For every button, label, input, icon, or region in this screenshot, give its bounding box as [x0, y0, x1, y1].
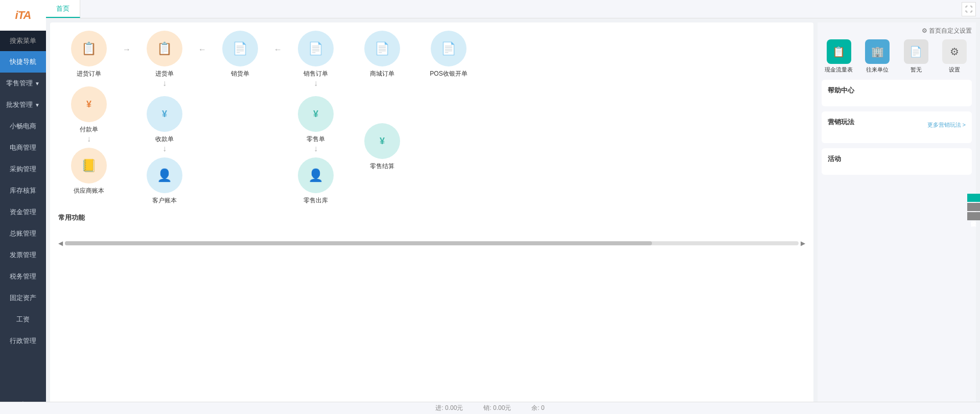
- right-panel: ⚙ 首页自定义设置 📋现金流量表🏢往来单位📄暂无⚙设置 帮助中心 营销玩法 更多…: [818, 22, 976, 410]
- down-arrow-6: ↓: [314, 144, 318, 153]
- help-center-card: 帮助中心: [822, 80, 972, 106]
- down-arrow-4: ↓: [162, 144, 167, 153]
- arrow-connector-2: ←: [195, 31, 209, 66]
- down-arrow-2: ↓: [87, 134, 91, 144]
- more-marketing-link[interactable]: 更多营销玩法 >: [927, 121, 966, 129]
- scroll-thumb: [65, 241, 652, 245]
- quick-icon-box-1: 🏢: [865, 39, 890, 64]
- flow-node-retail[interactable]: ¥ 零售单: [285, 96, 346, 144]
- expand-button[interactable]: ⛶: [962, 2, 976, 16]
- sidebar-item-3[interactable]: 小畅电商: [0, 116, 46, 137]
- activity-title: 活动: [828, 154, 966, 164]
- quick-icon-label-1: 往来单位: [866, 66, 889, 74]
- marketing-header: 营销玩法 更多营销玩法 >: [828, 118, 966, 132]
- sidebar-item-10[interactable]: 税务管理: [0, 266, 46, 287]
- chevron-down-icon: ▼: [35, 102, 40, 108]
- hint-purchase: 进: 0.00元: [435, 404, 463, 412]
- flow-node-mall-order[interactable]: 📄 商城订单: [352, 31, 413, 78]
- flow-diagram: 📋 进货订单 ¥ 付款单 ↓ 📒 供应商账本: [58, 31, 805, 205]
- quick-icon-label-2: 暂无: [911, 66, 922, 74]
- mall-order-icon: 📄: [364, 31, 400, 66]
- sales-icon: 📄: [222, 31, 258, 66]
- sidebar-item-1[interactable]: 零售管理▼: [0, 73, 46, 94]
- sidebar-item-6[interactable]: 库存核算: [0, 180, 46, 201]
- flow-node-retail-out[interactable]: 👤 零售出库: [285, 157, 346, 205]
- quick-icon-label-0: 现金流量表: [825, 66, 853, 74]
- arrow-connector-1: →: [120, 31, 134, 66]
- flow-node-pos[interactable]: 📄 POS收银开单: [418, 31, 479, 78]
- flow-node-purchase[interactable]: 📋 进货单: [134, 31, 195, 78]
- right-arrow-1: →: [120, 45, 134, 54]
- search-menu-label: 搜索菜单: [10, 36, 36, 45]
- sidebar-item-0[interactable]: 快捷导航: [0, 51, 46, 73]
- hint-sales: 销: 0.00元: [483, 404, 511, 412]
- sales-order-icon: 📄: [298, 31, 334, 66]
- home-customize-header[interactable]: ⚙ 首页自定义设置: [822, 27, 972, 35]
- customer-account-icon: 👤: [147, 157, 182, 193]
- retail-out-icon: 👤: [298, 157, 334, 193]
- flow-row-1: 📋 进货订单 ¥ 付款单 ↓ 📒 供应商账本: [58, 31, 805, 205]
- quick-icon-0[interactable]: 📋现金流量表: [822, 39, 856, 74]
- flow-node-purchase-order[interactable]: 📋 进货订单: [58, 31, 120, 78]
- flow-node-sales-order[interactable]: 📄 销售订单: [285, 31, 346, 78]
- flow-col-3: 📄 销货单: [209, 31, 271, 78]
- retail-icon: ¥: [298, 96, 334, 132]
- quick-icon-3[interactable]: ⚙设置: [938, 39, 972, 74]
- flow-node-supplier-account[interactable]: 📒 供应商账本: [58, 148, 120, 195]
- sidebar-item-2[interactable]: 批发管理▼: [0, 94, 46, 116]
- supplier-account-icon: 📒: [71, 148, 107, 183]
- left-arrow-2: ←: [271, 45, 285, 54]
- purchase-order-icon: 📋: [71, 31, 107, 66]
- float-btn-desktop[interactable]: 桌面快捷: [967, 212, 980, 220]
- quick-icon-2[interactable]: 📄暂无: [899, 39, 934, 74]
- quick-icon-box-2: 📄: [904, 39, 928, 64]
- activity-card: 活动: [822, 148, 972, 175]
- chevron-down-icon: ▼: [35, 81, 40, 86]
- sidebar-item-13[interactable]: 行政管理: [0, 330, 46, 352]
- flow-col-5: 📄 商城订单 ¥ 零售结算: [352, 31, 413, 171]
- flow-node-sales[interactable]: 📄 销货单: [209, 31, 271, 78]
- home-customize-label: ⚙ 首页自定义设置: [922, 27, 972, 35]
- quick-icon-1[interactable]: 🏢往来单位: [860, 39, 895, 74]
- quick-icon-box-3: ⚙: [942, 39, 967, 64]
- payment-icon: ¥: [71, 86, 107, 122]
- flow-node-customer-account[interactable]: 👤 客户账本: [134, 157, 195, 205]
- left-panel: 📋 进货订单 ¥ 付款单 ↓ 📒 供应商账本: [50, 22, 813, 410]
- tabbar: 首页 ⛶: [46, 0, 980, 18]
- expand-icon: ⛶: [965, 5, 972, 13]
- sidebar-item-11[interactable]: 固定资产: [0, 287, 46, 309]
- bottom-hint-bar: 进: 0.00元 销: 0.00元 余: 0: [46, 402, 980, 414]
- common-functions: 常用功能: [58, 213, 805, 236]
- tab-home[interactable]: 首页: [46, 0, 80, 18]
- common-functions-title: 常用功能: [58, 213, 805, 222]
- quick-icon-box-0: 📋: [827, 39, 851, 64]
- sidebar-item-9[interactable]: 发票管理: [0, 244, 46, 266]
- float-btn-service[interactable]: 客服热线: [967, 194, 980, 202]
- main-area: 首页 ⛶ 📋 进货订单: [46, 0, 980, 414]
- flow-col-4: 📄 销售订单 ↓ ¥ 零售单 ↓ 👤 零售出库: [285, 31, 346, 205]
- flow-col-1: 📋 进货订单 ¥ 付款单 ↓ 📒 供应商账本: [58, 31, 120, 195]
- sidebar-item-12[interactable]: 工资: [0, 309, 46, 330]
- sidebar-item-7[interactable]: 资金管理: [0, 201, 46, 223]
- sidebar-item-5[interactable]: 采购管理: [0, 158, 46, 180]
- hint-balance: 余: 0: [531, 404, 544, 412]
- float-btn-community[interactable]: 服务社区: [967, 203, 980, 211]
- tab-actions: ⛶: [962, 2, 980, 16]
- flow-node-receipt[interactable]: ¥ 收款单: [134, 96, 195, 144]
- purchase-icon: 📋: [147, 31, 182, 66]
- scroll-left[interactable]: ◀: [58, 240, 63, 247]
- scroll-right[interactable]: ▶: [801, 240, 805, 247]
- flow-col-6: 📄 POS收银开单: [418, 31, 479, 78]
- logo-area: iTA: [0, 0, 46, 31]
- flow-node-payment[interactable]: ¥ 付款单: [58, 86, 120, 134]
- down-arrow-5: ↓: [314, 78, 318, 88]
- flow-node-retail-settle[interactable]: ¥ 零售结算: [352, 123, 413, 171]
- sidebar-item-8[interactable]: 总账管理: [0, 223, 46, 244]
- scroll-track[interactable]: [65, 241, 799, 245]
- sidebar-item-4[interactable]: 电商管理: [0, 137, 46, 158]
- search-menu[interactable]: 搜索菜单: [0, 31, 46, 51]
- left-arrow-1: ←: [195, 45, 209, 54]
- content-area: 📋 进货订单 ¥ 付款单 ↓ 📒 供应商账本: [46, 18, 980, 414]
- pos-icon: 📄: [431, 31, 466, 66]
- float-buttons: 客服热线 服务社区 桌面快捷: [967, 194, 980, 220]
